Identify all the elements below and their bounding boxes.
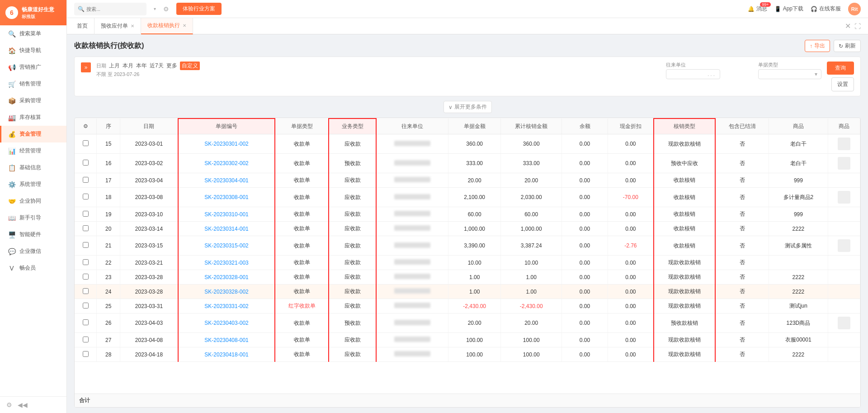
query-button[interactable]: 查询 <box>827 62 854 75</box>
partner-filter-input[interactable]: ... <box>666 69 720 79</box>
cell-order-no: SK-20230302-002 <box>178 154 275 173</box>
cell-order-type: 收款单 <box>275 270 329 285</box>
cell-order-type: 收款单 <box>275 285 329 299</box>
this-month-shortcut[interactable]: 本月 <box>123 62 133 70</box>
cell-select[interactable] <box>75 173 97 188</box>
sidebar-item-coop[interactable]: 🤝企业协同 <box>0 193 66 209</box>
row-checkbox[interactable] <box>83 194 89 199</box>
cell-select[interactable] <box>75 236 97 256</box>
th-settings[interactable]: ⚙ <box>75 119 97 134</box>
sidebar-item-member[interactable]: V畅会员 <box>0 260 66 276</box>
last-month-shortcut[interactable]: 上月 <box>109 62 120 70</box>
sidebar-item-sales[interactable]: 🛒销售管理 <box>0 76 66 92</box>
sidebar-item-hardware[interactable]: 🖥️智能硬件 <box>0 226 66 243</box>
table-container[interactable]: ⚙ 序 日期 单据编号 单据类型 业务类型 往来单位 单据金额 累计核销金额 余… <box>75 118 860 394</box>
row-checkbox[interactable] <box>83 274 89 280</box>
row-checkbox[interactable] <box>83 177 89 183</box>
cell-select[interactable] <box>75 222 97 236</box>
order-no-link[interactable]: SK-20230408-001 <box>204 337 248 343</box>
order-no-link[interactable]: SK-20230314-001 <box>204 226 248 232</box>
this-year-shortcut[interactable]: 本年 <box>136 62 147 70</box>
order-no-link[interactable]: SK-20230310-001 <box>204 211 248 218</box>
cell-product-img <box>828 347 860 362</box>
cell-select[interactable] <box>75 347 97 362</box>
messages-button[interactable]: 🔔 消息 99+ <box>748 5 767 13</box>
sidebar-item-basics[interactable]: 📋基础信息 <box>0 159 66 176</box>
cell-select[interactable] <box>75 207 97 222</box>
filter-expand-button[interactable]: » <box>81 62 91 72</box>
settings-icon[interactable]: ⚙ <box>6 401 12 408</box>
tab-collection[interactable]: 收款核销执行✕ <box>141 18 193 34</box>
cell-select[interactable] <box>75 154 97 173</box>
sidebar-item-marketing[interactable]: 📢营销推广 <box>0 59 66 76</box>
sidebar-item-inventory[interactable]: 🏭库存核算 <box>0 109 66 126</box>
order-type-filter-select[interactable]: ▾ <box>758 69 821 79</box>
tab-close-button[interactable]: ✕ <box>131 24 134 28</box>
online-service-button[interactable]: 🎧 在线客服 <box>811 5 841 13</box>
cell-amount: 2,100.00 <box>448 188 501 207</box>
order-no-link[interactable]: SK-20230321-003 <box>204 260 248 266</box>
tab-home[interactable]: 首页 <box>71 18 94 34</box>
cell-select[interactable] <box>75 134 97 154</box>
order-no-link[interactable]: SK-20230301-002 <box>204 141 248 147</box>
order-no-link[interactable]: SK-20230315-002 <box>204 242 248 249</box>
cell-select[interactable] <box>75 270 97 285</box>
export-button[interactable]: ↑ 导出 <box>805 40 830 52</box>
industry-solution-button[interactable]: 体验行业方案 <box>176 3 222 15</box>
sidebar-item-operations[interactable]: 📊经营管理 <box>0 142 66 159</box>
filter-settings-button[interactable]: 设置 <box>831 77 854 91</box>
filter-bar: » 日期 上月 本月 本年 近7天 更多 自定义 不限 至 2023-07-26… <box>74 57 861 96</box>
order-no-link[interactable]: SK-20230308-001 <box>204 194 248 200</box>
order-no-link[interactable]: SK-20230418-001 <box>204 351 248 358</box>
sidebar-item-guide[interactable]: 📖新手引导 <box>0 209 66 226</box>
order-no-link[interactable]: SK-20230331-002 <box>204 303 248 309</box>
expand-conditions-button[interactable]: ∨ 展开更多条件 <box>443 101 492 113</box>
tab-close-button[interactable]: ✕ <box>183 23 186 28</box>
row-checkbox[interactable] <box>83 303 89 309</box>
more-shortcut[interactable]: 更多 <box>166 62 177 70</box>
custom-shortcut[interactable]: 自定义 <box>180 62 200 70</box>
cell-biz-type: 预收款 <box>329 313 376 333</box>
cell-select[interactable] <box>75 285 97 299</box>
row-checkbox[interactable] <box>83 242 89 248</box>
topbar-gear-icon[interactable]: ⚙ <box>163 5 169 13</box>
sidebar-item-system[interactable]: ⚙️系统管理 <box>0 176 66 193</box>
expand-tab-icon[interactable]: ⛶ <box>854 23 861 30</box>
column-settings-icon[interactable]: ⚙ <box>83 123 88 129</box>
order-no-link[interactable]: SK-20230328-001 <box>204 274 248 280</box>
last-7-days-shortcut[interactable]: 近7天 <box>150 62 164 70</box>
cell-select[interactable] <box>75 333 97 347</box>
row-checkbox[interactable] <box>83 211 89 217</box>
sidebar-item-finance[interactable]: 💰资金管理 <box>0 126 66 142</box>
app-download-button[interactable]: 📱 App下载 <box>774 5 803 13</box>
sidebar-item-nav[interactable]: 🏠快捷导航 <box>0 42 66 59</box>
collapse-icon[interactable]: ◀◀ <box>18 401 28 408</box>
row-checkbox[interactable] <box>83 140 89 146</box>
row-checkbox[interactable] <box>83 337 89 342</box>
topbar-search-input[interactable] <box>86 6 143 12</box>
cell-select[interactable] <box>75 299 97 313</box>
order-no-link[interactable]: SK-20230328-002 <box>204 289 248 295</box>
order-no-link[interactable]: SK-20230403-002 <box>204 320 248 326</box>
row-checkbox[interactable] <box>83 319 89 325</box>
refresh-button[interactable]: ↻ 刷新 <box>834 40 861 52</box>
row-checkbox[interactable] <box>83 288 89 294</box>
search-icon: 🔍 <box>78 6 85 12</box>
order-no-link[interactable]: SK-20230302-002 <box>204 160 248 166</box>
cell-order-no: SK-20230403-002 <box>178 313 275 333</box>
cell-select[interactable] <box>75 256 97 270</box>
cell-select[interactable] <box>75 313 97 333</box>
row-checkbox[interactable] <box>83 351 89 357</box>
sidebar-item-purchase[interactable]: 📦采购管理 <box>0 92 66 109</box>
row-checkbox[interactable] <box>83 259 89 265</box>
order-no-link[interactable]: SK-20230304-001 <box>204 177 248 184</box>
row-checkbox[interactable] <box>83 160 89 166</box>
cell-select[interactable] <box>75 188 97 207</box>
avatar[interactable]: Rit <box>848 3 861 15</box>
row-checkbox[interactable] <box>83 225 89 231</box>
cell-date: 2023-03-10 <box>120 207 178 222</box>
sidebar-item-wechat[interactable]: 💬企业微信 <box>0 243 66 260</box>
sidebar-item-search[interactable]: 🔍搜索菜单 <box>0 25 66 42</box>
tab-prepay[interactable]: 预收应付单✕ <box>94 18 141 34</box>
close-tab-icon[interactable]: ✕ <box>845 22 851 30</box>
